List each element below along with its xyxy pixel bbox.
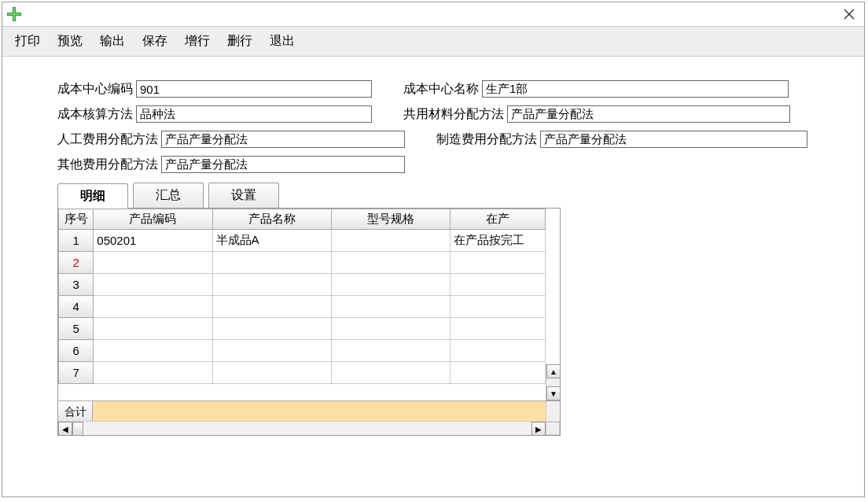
row-seq[interactable]: 5	[59, 318, 94, 340]
cost-center-code-input[interactable]	[136, 80, 372, 98]
row-seq[interactable]: 4	[59, 296, 94, 318]
data-grid: 序号 产品编码 产品名称 型号规格 在产 1 05020	[57, 208, 561, 436]
cell-name[interactable]	[212, 362, 331, 384]
table-row[interactable]: 5	[59, 318, 546, 340]
cell-name[interactable]	[212, 274, 331, 296]
cell-code[interactable]	[94, 340, 212, 362]
preview-button[interactable]: 预览	[50, 30, 90, 53]
scroll-left-icon[interactable]: ◀	[58, 422, 72, 436]
close-button[interactable]	[839, 4, 859, 24]
cell-wip[interactable]: 在产品按完工	[451, 230, 546, 252]
col-header-code[interactable]: 产品编码	[94, 209, 212, 230]
table-row[interactable]: 2	[59, 252, 546, 274]
cell-code[interactable]: 050201	[94, 230, 212, 252]
cell-name[interactable]: 半成品A	[212, 230, 331, 252]
export-button[interactable]: 输出	[92, 30, 133, 53]
cell-spec[interactable]	[331, 252, 450, 274]
cell-name[interactable]	[212, 318, 331, 340]
cell-name[interactable]	[212, 296, 331, 318]
tab-settings[interactable]: 设置	[208, 183, 279, 208]
sum-label: 合计	[58, 401, 93, 421]
col-header-spec[interactable]: 型号规格	[331, 209, 450, 230]
cell-name[interactable]	[212, 252, 331, 274]
labor-alloc-label: 人工费用分配方法	[57, 131, 158, 148]
content-area: 成本中心编码 成本中心名称 成本核算方法 共用材料分配方法 人工费用分配方法	[2, 57, 864, 436]
app-window: 打印 预览 输出 保存 增行 删行 退出 成本中心编码 成本中心名称 成本核算方…	[2, 2, 865, 497]
cell-code[interactable]	[94, 296, 212, 318]
labor-alloc-input[interactable]	[161, 131, 405, 148]
grid-table[interactable]: 序号 产品编码 产品名称 型号规格 在产 1 05020	[58, 209, 546, 384]
toolbar: 打印 预览 输出 保存 增行 删行 退出	[2, 26, 864, 57]
row-seq[interactable]: 3	[59, 274, 94, 296]
cell-wip[interactable]	[451, 318, 546, 340]
table-row[interactable]: 6	[59, 340, 546, 362]
mfg-alloc-input[interactable]	[540, 131, 807, 148]
sum-content	[93, 401, 546, 421]
scroll-right-icon[interactable]: ▶	[531, 422, 546, 436]
mfg-alloc-label: 制造费用分配方法	[436, 131, 537, 148]
col-header-wip[interactable]: 在产	[451, 209, 546, 230]
cell-code-editing[interactable]	[94, 252, 212, 274]
cell-spec[interactable]	[331, 274, 450, 296]
table-row[interactable]: 3	[59, 274, 546, 296]
other-alloc-label: 其他费用分配方法	[57, 157, 158, 173]
cell-wip[interactable]	[451, 274, 546, 296]
cell-wip[interactable]	[451, 252, 546, 274]
vertical-scrollbar[interactable]: ▲ ▼	[546, 364, 560, 400]
table-row[interactable]: 7	[59, 362, 546, 384]
cell-code[interactable]	[94, 318, 212, 340]
print-button[interactable]: 打印	[7, 30, 48, 53]
cell-spec[interactable]	[331, 340, 450, 362]
row-seq[interactable]: 7	[59, 362, 94, 384]
cell-code[interactable]	[94, 274, 212, 296]
cell-wip[interactable]	[451, 340, 546, 362]
cell-spec[interactable]	[331, 296, 450, 318]
cost-center-code-label: 成本中心编码	[57, 81, 133, 98]
svg-rect-3	[8, 13, 20, 15]
cell-code[interactable]	[94, 362, 212, 384]
cost-method-label: 成本核算方法	[57, 106, 133, 123]
exit-button[interactable]: 退出	[262, 30, 303, 53]
tab-summary[interactable]: 汇总	[133, 183, 204, 208]
del-row-button[interactable]: 删行	[219, 30, 260, 53]
save-button[interactable]: 保存	[134, 30, 175, 53]
scroll-down-icon[interactable]: ▼	[546, 386, 560, 400]
horizontal-scrollbar[interactable]: ◀ ▶	[58, 421, 560, 435]
shared-material-label: 共用材料分配方法	[403, 106, 504, 123]
col-header-name[interactable]: 产品名称	[212, 209, 331, 230]
cost-center-name-label: 成本中心名称	[403, 81, 479, 98]
table-row[interactable]: 4	[59, 296, 546, 318]
tab-detail[interactable]: 明细	[57, 183, 128, 209]
other-alloc-input[interactable]	[161, 156, 405, 173]
cost-center-name-input[interactable]	[482, 80, 789, 98]
shared-material-input[interactable]	[507, 105, 790, 123]
titlebar	[2, 2, 864, 26]
row-seq[interactable]: 1	[59, 230, 94, 252]
tab-strip: 明细 汇总 设置	[57, 183, 817, 208]
add-row-button[interactable]: 增行	[177, 30, 218, 53]
cell-wip[interactable]	[451, 296, 546, 318]
cell-wip[interactable]	[451, 362, 546, 384]
cell-spec[interactable]	[331, 362, 450, 384]
cell-spec[interactable]	[331, 230, 450, 252]
app-icon	[7, 7, 21, 21]
col-header-seq[interactable]: 序号	[59, 209, 94, 230]
cell-name[interactable]	[212, 340, 331, 362]
scroll-thumb[interactable]	[72, 422, 83, 436]
cell-spec[interactable]	[331, 318, 450, 340]
row-seq[interactable]: 2	[59, 252, 94, 274]
row-seq[interactable]: 6	[59, 340, 94, 362]
scroll-up-icon[interactable]: ▲	[546, 364, 560, 378]
table-row[interactable]: 1 050201 半成品A 在产品按完工	[59, 230, 546, 252]
cost-method-input[interactable]	[136, 105, 372, 123]
